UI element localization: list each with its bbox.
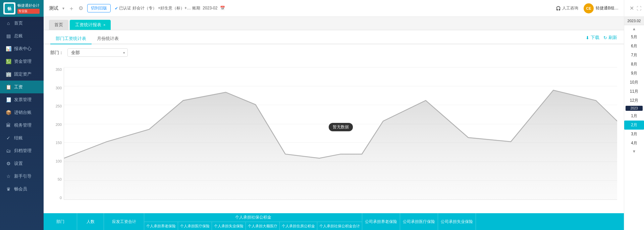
sub-tab-monthly[interactable]: 月份统计表: [92, 34, 124, 44]
date-nav-up[interactable]: ▲: [624, 25, 644, 33]
sidebar-item-label: 报表中心: [14, 46, 32, 52]
sidebar-item-sales-ledger[interactable]: 📦 进销台账: [0, 106, 44, 119]
sidebar-item-tax[interactable]: 🏛 税务管理: [0, 119, 44, 132]
topbar: 测试 ▾ ＋ ⚙ 切到旧版 ✔ 已认证 好会计（专） +好生意（标）+… 账期 …: [44, 0, 624, 17]
col-company-medical: 公司承担医疗保险: [400, 213, 438, 230]
col-people: 人数: [77, 213, 104, 230]
download-icon: ⬇: [586, 35, 589, 40]
sidebar-item-fixed-assets[interactable]: 🏢 固定资产: [0, 68, 44, 81]
sidebar-item-fund-management[interactable]: 💹 资金管理: [0, 55, 44, 68]
date-month-6[interactable]: 6月: [624, 42, 644, 51]
sidebar-item-label: 税务管理: [14, 122, 32, 128]
tax-icon: 🏛: [5, 123, 11, 128]
home-icon: ⌂: [5, 20, 11, 26]
chart-area: 0 50 100 150 200 250 300 350: [44, 61, 624, 213]
date-nav-down[interactable]: ▼: [624, 148, 644, 155]
current-module-label: 测试: [49, 5, 58, 11]
add-icon[interactable]: ＋: [68, 4, 74, 12]
date-month-2023-3[interactable]: 3月: [624, 130, 644, 139]
bottom-table-header: 部门 人数 应发工资合计 个人承担社保公积金 个人承担养老保险 个人承担医疗保险: [44, 213, 624, 230]
user-profile[interactable]: CE 轻捷通B组…: [584, 3, 619, 13]
close-icon[interactable]: ×: [103, 23, 105, 27]
sidebar-item-member[interactable]: ♛ 畅会员: [0, 183, 44, 195]
business-tag: +好生意（标）+…: [158, 5, 191, 11]
headset-icon: 🎧: [556, 6, 561, 11]
refresh-button[interactable]: ↻ 刷新: [603, 35, 617, 41]
sidebar-item-guide[interactable]: ☆ 新手引导: [0, 170, 44, 183]
sidebar-logo: 畅 畅捷通好会计 专业版: [0, 0, 44, 17]
sub-tab-dept[interactable]: 部门工资统计表: [50, 34, 92, 44]
archive-icon: 🗂: [5, 148, 11, 153]
sidebar-item-label: 资金管理: [14, 58, 32, 64]
sidebar-item-label: 首页: [14, 20, 23, 26]
tab-home[interactable]: 首页: [49, 20, 68, 30]
date-month-12[interactable]: 12月: [624, 96, 644, 105]
sidebar-item-general-ledger[interactable]: ▤ 总账: [0, 30, 44, 42]
col-sub-housing-fund: 个人承担住房公积金: [280, 222, 317, 230]
dept-filter-select[interactable]: 全部 销售部 财务部 人事部 技术部: [67, 48, 128, 57]
accounting-tag: 好会计（专）: [132, 5, 157, 11]
sidebar-item-report-center[interactable]: 📊 报表中心: [0, 42, 44, 55]
ledger-icon: ▤: [5, 33, 11, 39]
topbar-right: 🎧 人工咨询 CE 轻捷通B组…: [556, 3, 619, 13]
tab-salary-report[interactable]: 工资统计报表 ×: [70, 20, 111, 30]
fund-icon: 💹: [5, 59, 11, 64]
date-month-2023-1[interactable]: 1月: [624, 111, 644, 121]
dept-filter-wrapper: 全部 销售部 财务部 人事部 技术部 ▾: [67, 48, 128, 57]
col-group-header: 个人承担社保公积金: [144, 213, 362, 222]
sidebar-item-invoice[interactable]: 🧾 发票管理: [0, 93, 44, 106]
date-month-10[interactable]: 10月: [624, 78, 644, 87]
y-label-300: 300: [50, 86, 64, 90]
sidebar-item-settings[interactable]: ⚙ 设置: [0, 157, 44, 170]
date-current[interactable]: 2023.02: [624, 17, 644, 25]
y-label-250: 250: [50, 104, 64, 108]
sidebar-item-archive[interactable]: 🗂 归档管理: [0, 144, 44, 157]
sidebar-item-label: 设置: [14, 160, 23, 167]
col-dept: 部门: [44, 213, 77, 230]
col-company-pension: 公司承担养老保险: [362, 213, 400, 230]
topbar-settings-icon[interactable]: ⚙: [78, 5, 83, 11]
username-label: 轻捷通B组…: [596, 5, 619, 11]
sidebar-item-salary[interactable]: 📋 工资: [0, 81, 44, 93]
col-total-salary: 应发工资合计: [104, 213, 144, 230]
logo-icon: 畅: [3, 2, 15, 14]
main-content: 测试 ▾ ＋ ⚙ 切到旧版 ✔ 已认证 好会计（专） +好生意（标）+… 账期 …: [44, 0, 624, 230]
date-month-11[interactable]: 11月: [624, 87, 644, 96]
sidebar-item-label: 总账: [14, 33, 23, 39]
check-icon: ✔: [115, 6, 118, 11]
chevron-down-icon: ▾: [62, 6, 64, 11]
chart-area-fill: [64, 90, 617, 199]
topbar-tags: ✔ 已认证 好会计（专） +好生意（标）+… 账期 2023-02 📅: [115, 5, 552, 11]
avatar: CE: [584, 3, 594, 13]
y-label-200: 200: [50, 123, 64, 127]
y-label-150: 150: [50, 141, 64, 145]
sidebar-item-home[interactable]: ⌂ 首页: [0, 17, 44, 30]
member-icon: ♛: [5, 186, 11, 192]
date-month-5[interactable]: 5月: [624, 33, 644, 42]
chart-container: 0 50 100 150 200 250 300 350: [50, 64, 617, 210]
date-month-2023-2[interactable]: 2月: [624, 121, 644, 130]
switch-old-version-button[interactable]: 切到旧版: [87, 4, 111, 12]
sidebar-item-label: 进销台账: [14, 109, 32, 116]
y-label-350: 350: [50, 67, 64, 72]
date-month-9[interactable]: 9月: [624, 69, 644, 78]
date-month-8[interactable]: 8月: [624, 60, 644, 69]
expand-icon[interactable]: ⛶: [637, 6, 641, 11]
refresh-icon: ↻: [603, 35, 607, 40]
sidebar-item-label: 归档管理: [14, 148, 32, 154]
download-button[interactable]: ⬇ 下载: [586, 35, 599, 41]
invoice-icon: 🧾: [5, 97, 11, 102]
sidebar-item-settlement[interactable]: ✓ 结账: [0, 132, 44, 144]
date-month-2023-4[interactable]: 4月: [624, 139, 644, 148]
sales-icon: 📦: [5, 110, 11, 115]
right-panel-top: ✕ ⛶: [624, 0, 644, 17]
sidebar-item-label: 畅会员: [14, 186, 27, 192]
sidebar-item-label: 结账: [14, 135, 23, 141]
filter-bar: 部门： 全部 销售部 财务部 人事部 技术部 ▾: [44, 44, 624, 61]
col-group-personal-insurance: 个人承担社保公积金 个人承担养老保险 个人承担医疗保险 个人承担失业保险 个人承…: [144, 213, 362, 230]
col-sub-unemployment: 个人承担失业保险: [212, 222, 246, 230]
close-icon[interactable]: ✕: [630, 5, 634, 11]
help-button[interactable]: 🎧 人工咨询: [556, 5, 578, 11]
right-panel: ✕ ⛶ 2023.02 ▲ 5月 6月 7月 8月 9月 10月 11月 12月…: [624, 0, 644, 230]
date-month-7[interactable]: 7月: [624, 51, 644, 60]
